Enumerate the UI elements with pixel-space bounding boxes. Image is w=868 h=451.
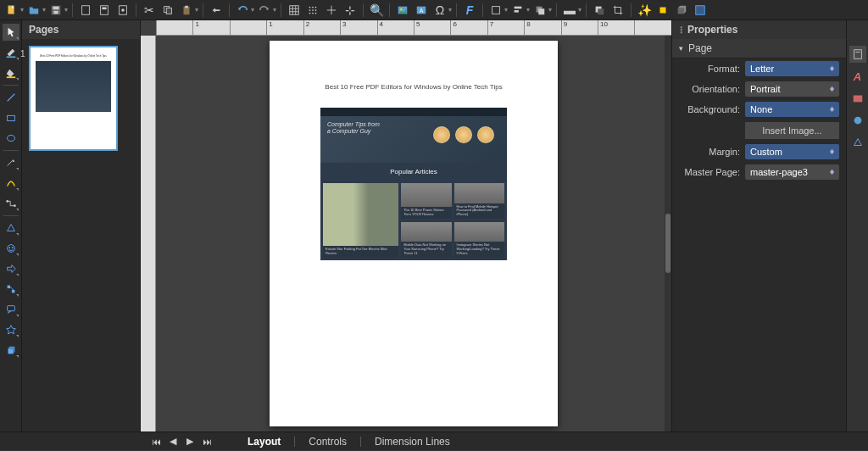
svg-line-45 <box>7 94 14 102</box>
export-pdf-icon[interactable] <box>77 2 94 19</box>
line-color-icon[interactable] <box>3 44 19 61</box>
svg-rect-42 <box>696 5 705 14</box>
next-page-icon[interactable]: ▶ <box>183 435 197 448</box>
styles-tab-icon[interactable]: A <box>849 68 866 85</box>
dimension-lines-tab[interactable]: Dimension Lines <box>364 436 460 448</box>
svg-rect-6 <box>102 7 106 9</box>
main-toolbar: ▾ ▾ ▾ ✂ ▾ ▾ ▾ ⊹ 🔍 A Ω ▾ F ▾ ▾ ▾ ▬ ▾ ✨ <box>0 0 868 20</box>
select-tool-icon[interactable] <box>3 24 19 41</box>
copy-icon[interactable] <box>159 2 176 19</box>
guides-icon[interactable] <box>323 2 340 19</box>
crop-icon[interactable] <box>609 2 626 19</box>
horizontal-ruler[interactable]: 112345678910 <box>156 20 671 36</box>
svg-point-24 <box>309 12 311 14</box>
block-arrows-icon[interactable] <box>3 260 19 277</box>
grid-icon[interactable] <box>286 2 303 19</box>
clone-format-icon[interactable] <box>208 2 225 19</box>
svg-rect-35 <box>515 10 519 13</box>
properties-panel: Properties Page Format: Letter Orientati… <box>671 20 868 432</box>
sidebar-tabs: A <box>846 20 868 432</box>
fill-color-icon[interactable] <box>3 64 19 81</box>
navigator-tab-icon[interactable] <box>849 112 866 129</box>
line-tool-icon[interactable] <box>3 89 19 106</box>
ellipse-tool-icon[interactable] <box>3 130 19 147</box>
svg-rect-33 <box>492 6 500 14</box>
orientation-select[interactable]: Portrait <box>745 81 839 97</box>
new-doc-icon[interactable] <box>3 2 20 19</box>
print-icon[interactable] <box>96 2 113 19</box>
master-page-select[interactable]: master-page3 <box>745 164 839 180</box>
save-icon[interactable] <box>47 2 64 19</box>
svg-point-23 <box>315 9 317 11</box>
bottom-bar: ⏮ ◀ ▶ ⏭ Layout Controls Dimension Lines <box>0 432 868 450</box>
stars-icon[interactable] <box>3 321 19 338</box>
paste-icon[interactable] <box>178 2 195 19</box>
curve-tool-icon[interactable] <box>3 175 19 192</box>
svg-line-48 <box>7 160 13 166</box>
layout-tab[interactable]: Layout <box>237 436 291 448</box>
rect-tool-icon[interactable] <box>3 109 19 126</box>
flowchart-icon[interactable] <box>3 281 19 298</box>
svg-text:A: A <box>420 7 424 13</box>
margin-label: Margin: <box>679 147 740 157</box>
special-char-icon[interactable]: Ω <box>431 2 448 19</box>
shadow-icon[interactable] <box>591 2 608 19</box>
svg-point-30 <box>400 8 403 10</box>
format-select[interactable]: Letter <box>745 61 839 76</box>
page-section-header[interactable]: Page <box>672 39 846 58</box>
document-page[interactable]: Best 10 Free PDF Editors for Windows by … <box>270 41 558 426</box>
snap-grid-icon[interactable] <box>304 2 321 19</box>
3d-objects-icon[interactable] <box>3 342 19 359</box>
basic-shapes-icon[interactable] <box>3 220 19 237</box>
background-label: Background: <box>679 104 740 114</box>
orientation-label: Orientation: <box>679 84 740 94</box>
filter-icon[interactable]: ✨ <box>636 2 653 19</box>
canvas-viewport[interactable]: Best 10 Free PDF Editors for Windows by … <box>156 36 671 432</box>
insert-image-button[interactable]: Insert Image... <box>745 122 839 139</box>
arrange-icon[interactable] <box>531 2 548 19</box>
pages-panel-title: Pages <box>22 20 140 39</box>
vertical-ruler[interactable] <box>141 36 156 432</box>
vertical-scrollbar[interactable] <box>665 36 671 432</box>
helplines-icon[interactable]: ⊹ <box>342 2 359 19</box>
prev-page-icon[interactable]: ◀ <box>166 435 180 448</box>
svg-point-22 <box>312 9 314 11</box>
align-icon[interactable] <box>509 2 526 19</box>
gallery-tab-icon[interactable] <box>849 90 866 107</box>
article-card: Instagram Stories Not Working/Loading? T… <box>454 222 504 258</box>
svg-rect-4 <box>82 5 90 14</box>
insert-image-icon[interactable] <box>394 2 411 19</box>
first-page-icon[interactable]: ⏮ <box>149 435 163 448</box>
page-thumbnail[interactable]: 1 Best 10 Free PDF Editors for Windows b… <box>29 46 118 151</box>
article-card: The 10 Best Power Station Tiers YOU'll R… <box>401 183 451 219</box>
lines-arrows-icon[interactable] <box>3 154 19 171</box>
page-number: 1 <box>20 49 25 58</box>
article-card: Mobile Data Not Working on Your Samsung … <box>401 222 451 258</box>
svg-rect-34 <box>515 6 522 8</box>
textbox-icon[interactable]: A <box>413 2 430 19</box>
zoom-icon[interactable]: 🔍 <box>368 2 385 19</box>
svg-line-56 <box>10 287 14 290</box>
undo-icon[interactable] <box>234 2 251 19</box>
background-select[interactable]: None <box>745 102 839 117</box>
margin-select[interactable]: Custom <box>745 144 839 159</box>
open-folder-icon[interactable] <box>25 2 42 19</box>
shapes-tab-icon[interactable] <box>849 134 866 151</box>
toggle-edit-icon[interactable] <box>692 2 709 19</box>
redo-icon[interactable] <box>256 2 273 19</box>
gluepoint-icon[interactable] <box>654 2 671 19</box>
extrusion-icon[interactable] <box>673 2 690 19</box>
callout-icon[interactable] <box>3 301 19 318</box>
embedded-image[interactable]: Computer Tips from a Computer Guy Popula… <box>320 108 507 260</box>
connector-tool-icon[interactable] <box>3 195 19 212</box>
controls-tab[interactable]: Controls <box>298 436 357 448</box>
last-page-icon[interactable]: ⏭ <box>200 435 214 448</box>
cut-icon[interactable]: ✂ <box>141 2 158 19</box>
hyperlink-icon[interactable] <box>487 2 504 19</box>
properties-tab-icon[interactable] <box>849 46 866 63</box>
export-icon[interactable] <box>114 2 131 19</box>
properties-title: Properties <box>672 20 846 39</box>
fontwork-icon[interactable]: F <box>461 2 478 19</box>
symbol-shapes-icon[interactable] <box>3 240 19 257</box>
distribute-icon[interactable]: ▬ <box>561 2 578 19</box>
